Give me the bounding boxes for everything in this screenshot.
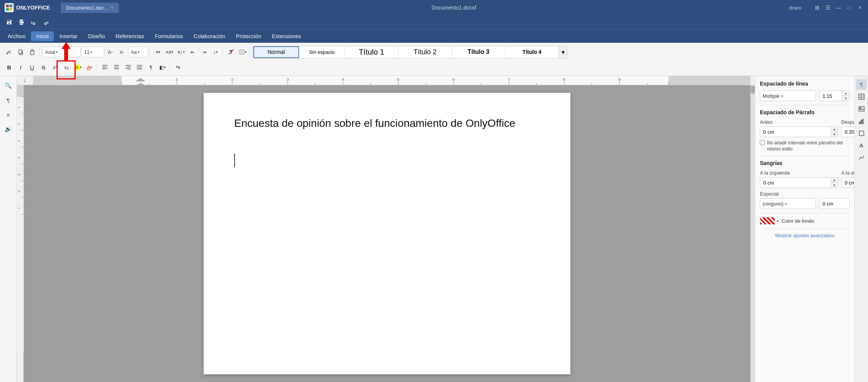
styles-dropdown-button[interactable]: ▾ [559, 46, 567, 58]
justify-button[interactable] [134, 62, 145, 73]
left-indent-down[interactable]: ▼ [831, 183, 838, 188]
style-titulo4[interactable]: Título 4 [505, 46, 559, 58]
sidebar-header[interactable]: ≡ [2, 108, 15, 121]
italic-button[interactable]: I [15, 62, 26, 73]
after-value-field[interactable] [842, 128, 854, 136]
show-advanced-button[interactable]: Mostrar ajustes avanzados [760, 233, 850, 238]
sidebar-search[interactable]: 🔍 [2, 79, 15, 92]
decrease-font-button[interactable]: A- [117, 47, 127, 57]
svg-rect-64 [17, 85, 24, 97]
font-size-select[interactable]: 11 ▾ [81, 47, 104, 57]
document-tab[interactable]: Documento1.doc... × [61, 3, 119, 13]
menu-archivo[interactable]: Archivo [2, 31, 31, 41]
layout-button[interactable]: ⊞ [814, 4, 821, 11]
tab-close-button[interactable]: × [111, 5, 113, 10]
maximize-button[interactable]: □ [846, 4, 853, 11]
page-container[interactable]: Encuesta de opinión sobre el funcionamie… [24, 85, 750, 382]
increase-font-button[interactable]: A+ [105, 47, 116, 57]
menu-insertar[interactable]: Insertar [54, 31, 83, 41]
far-sidebar-table[interactable] [856, 91, 867, 102]
left-indent-input[interactable]: ▲ ▼ [760, 177, 838, 188]
before-up[interactable]: ▲ [831, 126, 838, 132]
save-button[interactable] [4, 17, 15, 28]
scroll-thumb[interactable] [751, 86, 755, 94]
style-titulo3[interactable]: Título 3 [452, 46, 505, 58]
after-value-input[interactable]: ▲ ▼ [841, 126, 854, 137]
left-indent-up[interactable]: ▲ [831, 177, 838, 183]
before-value-field[interactable] [760, 128, 831, 136]
far-sidebar-chart[interactable] [856, 116, 867, 126]
align-left-button[interactable] [100, 62, 110, 73]
menu-formularios[interactable]: Formularios [149, 31, 188, 41]
paste-button[interactable] [27, 47, 37, 57]
copy-button[interactable] [15, 47, 26, 57]
change-case-select[interactable]: Aa ▾ [128, 47, 148, 57]
sidebar-speaker[interactable]: 🔊 [2, 123, 15, 136]
before-value-input[interactable]: ▲ ▼ [760, 126, 838, 137]
underline-button[interactable]: U [27, 62, 37, 73]
special-amount-input[interactable]: ▲ ▼ [819, 198, 850, 209]
align-right-button[interactable] [123, 62, 133, 73]
bg-color-swatch[interactable] [760, 217, 775, 225]
subscript-button[interactable]: x₂ [61, 62, 72, 73]
line-spacing-value-input[interactable]: ▲ ▼ [819, 91, 850, 101]
bullets-button[interactable]: ≡▾ [153, 47, 164, 57]
far-sidebar-shape[interactable] [856, 128, 867, 139]
menu-extensiones[interactable]: Extensiones [267, 31, 306, 41]
no-interval-checkbox[interactable] [760, 140, 765, 145]
bg-color-dropdown[interactable]: ▾ [777, 219, 779, 223]
print-button[interactable] [16, 17, 27, 28]
line-spacing-up[interactable]: ▲ [842, 91, 849, 96]
before-down[interactable]: ▼ [831, 132, 838, 137]
menu-referencias[interactable]: Referencias [110, 31, 149, 41]
style-titulo2[interactable]: Título 2 [398, 46, 452, 58]
bold-button[interactable]: B [4, 62, 15, 73]
cut-button[interactable] [4, 47, 15, 57]
style-titulo1[interactable]: Título 1 [345, 46, 398, 58]
font-family-select[interactable]: Arial ▾ [42, 47, 81, 57]
document-content[interactable]: Encuesta de opinión sobre el funcionamie… [234, 116, 540, 167]
align-center-button[interactable] [111, 62, 122, 73]
document-page[interactable]: Encuesta de opinión sobre el funcionamie… [204, 93, 570, 374]
far-sidebar-text-art[interactable]: A [856, 140, 867, 151]
special-type-select[interactable]: (ninguno) ▾ [760, 198, 816, 209]
clear-format-button[interactable] [226, 47, 236, 57]
line-spacing-value-field[interactable] [819, 92, 842, 100]
highlight-color-button[interactable]: A ▾ [73, 62, 83, 73]
line-spacing-down[interactable]: ▼ [842, 96, 849, 101]
close-button[interactable]: × [857, 4, 863, 11]
clone-format-button[interactable] [173, 62, 183, 73]
far-sidebar-image[interactable] [856, 104, 867, 114]
sidebar-paragraph[interactable]: ¶ [2, 94, 15, 107]
far-sidebar-signature[interactable] [856, 152, 867, 163]
menu-button[interactable]: ☰ [824, 4, 831, 11]
increase-indent-button[interactable]: ⇥ [199, 47, 209, 57]
menu-diseno[interactable]: Diseño [83, 31, 110, 41]
right-indent-field[interactable] [842, 178, 854, 187]
line-spacing-button[interactable]: ↕▾ [210, 47, 221, 57]
special-amount-field[interactable] [819, 199, 850, 208]
numbering-button[interactable]: ≡#▾ [164, 47, 175, 57]
undo-button[interactable] [28, 17, 39, 28]
vertical-scrollbar[interactable] [750, 85, 755, 382]
line-spacing-type-select[interactable]: Múltiple ▾ [760, 91, 816, 101]
menu-colaboracion[interactable]: Colaboración [188, 31, 231, 41]
menu-inicio[interactable]: Inicio [31, 31, 54, 41]
minimize-button[interactable]: — [835, 4, 842, 11]
style-sin-espacio[interactable]: Sin espacio [299, 46, 345, 58]
redo-button[interactable] [40, 17, 51, 28]
right-indent-input[interactable]: ▲ ▼ [841, 177, 854, 188]
style-normal[interactable]: Normal [253, 46, 299, 58]
left-indent-field[interactable] [760, 178, 831, 187]
app-logo[interactable]: ONLYOFFICE [5, 3, 50, 12]
font-color-button[interactable]: A ▾ [84, 62, 95, 73]
multilevel-list-button[interactable]: ≡↕▾ [176, 47, 186, 57]
strikethrough-button[interactable]: S [38, 62, 49, 73]
superscript-button[interactable]: x² [50, 62, 60, 73]
paragraph-marks-button[interactable]: ¶ [146, 62, 156, 73]
menu-proteccion[interactable]: Protección [231, 31, 267, 41]
decrease-indent-button[interactable]: ⇤ [187, 47, 198, 57]
shading-button[interactable]: ▾ [237, 47, 248, 57]
fill-color-button[interactable]: ◧▾ [157, 62, 168, 73]
far-sidebar-paragraph[interactable]: ¶ [856, 79, 867, 90]
